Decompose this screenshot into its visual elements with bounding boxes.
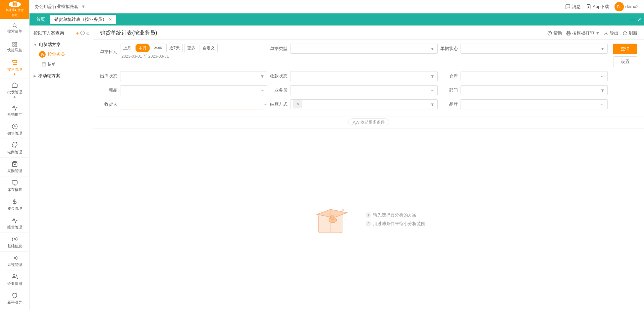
goods-select[interactable]: ··· bbox=[120, 85, 267, 95]
collection-status-select[interactable]: ▼ bbox=[290, 71, 437, 81]
desktop-scheme-label: 电脑端方案 bbox=[39, 42, 61, 48]
sidebar-item-system[interactable]: 系统管理 bbox=[0, 252, 29, 270]
tab-sales-stat[interactable]: 销货单统计表（按业务员） ✕ bbox=[50, 15, 116, 24]
message-button[interactable]: 消息 bbox=[565, 4, 581, 10]
goods-label: 商品 bbox=[100, 87, 120, 93]
export-button[interactable]: 导出 bbox=[604, 30, 619, 36]
inventory-label: 库存核算 bbox=[7, 187, 22, 192]
mobile-expand-arrow-icon: ▶ bbox=[34, 74, 36, 78]
sidebar-item-sales[interactable]: 销售管理 bbox=[0, 120, 29, 139]
payment-tag-close-icon[interactable]: ✕ bbox=[297, 102, 300, 107]
warehouse-filter-item: 仓库 ··· bbox=[440, 71, 608, 81]
date-picker: 上月 本月 本年 近7天 更多 自定义 2023-03-01 至 2023-03… bbox=[120, 44, 267, 59]
mobile-scheme-header[interactable]: ▶ 移动端方案 bbox=[30, 71, 93, 80]
sidebar-item-newuser[interactable]: 新手引导 bbox=[0, 289, 29, 308]
svg-point-14 bbox=[14, 239, 15, 240]
tabbar-actions: — ⤢ bbox=[630, 17, 641, 22]
out-status-label: 出库状态 bbox=[100, 73, 120, 79]
order-icon bbox=[42, 62, 46, 67]
sidebar: 畅 畅捷通好生意 标版 搜索菜单 快捷导航 零售管理 ▲ 批发管理 ▲ 营销推广… bbox=[0, 0, 30, 310]
date-custom-btn[interactable]: 自定义 bbox=[200, 44, 218, 52]
salesperson-select[interactable]: ··· bbox=[290, 85, 437, 95]
doc-type-arrow-icon: ▼ bbox=[430, 46, 435, 51]
receiver-input[interactable] bbox=[120, 99, 263, 109]
print-dropdown-icon[interactable]: ▼ bbox=[595, 31, 600, 36]
scheme-item-order[interactable]: 按单 bbox=[30, 60, 93, 69]
sidebar-item-wholesale[interactable]: 批发管理 ▲ bbox=[0, 79, 29, 101]
retail-label: 零售管理 bbox=[7, 67, 22, 72]
date-7days-btn[interactable]: 近7天 bbox=[166, 44, 183, 52]
svg-point-16 bbox=[13, 274, 15, 276]
add-scheme-button[interactable]: + bbox=[76, 30, 79, 36]
app-download-button[interactable]: App下载 bbox=[586, 4, 609, 10]
department-label: 部门 bbox=[440, 87, 461, 93]
collection-status-arrow-icon: ▼ bbox=[430, 74, 435, 79]
date-last-month-btn[interactable]: 上月 bbox=[120, 44, 134, 52]
print-button[interactable]: 按模板打印 ▼ bbox=[566, 30, 600, 36]
tab-home[interactable]: 首页 bbox=[32, 15, 49, 24]
date-this-year-btn[interactable]: 本年 bbox=[151, 44, 165, 52]
settings-button[interactable]: 设置 bbox=[613, 56, 637, 67]
sidebar-item-finance[interactable]: 资金管理 bbox=[0, 195, 29, 214]
brand-dots-icon[interactable]: ··· bbox=[601, 102, 605, 107]
doc-type-label: 单据类型 bbox=[270, 46, 290, 52]
warehouse-dots-icon[interactable]: ··· bbox=[601, 73, 605, 79]
sidebar-item-inventory[interactable]: 库存核算 bbox=[0, 176, 29, 195]
user-profile-button[interactable]: Ea demo2 bbox=[614, 2, 639, 11]
logo-abbr: 畅 bbox=[12, 1, 17, 7]
basic-label: 基础信息 bbox=[7, 244, 22, 249]
department-select[interactable]: ▼ bbox=[461, 85, 608, 95]
search-label: 搜索菜单 bbox=[7, 29, 22, 34]
payment-arrow-icon: ▼ bbox=[430, 102, 435, 107]
svg-point-35 bbox=[321, 211, 322, 213]
dropdown-arrow-icon[interactable]: ▼ bbox=[81, 4, 86, 9]
tab-maximize-button[interactable]: ⤢ bbox=[637, 17, 641, 22]
collapse-panel-button[interactable]: « bbox=[86, 31, 89, 36]
finance-label: 资金管理 bbox=[7, 206, 22, 211]
svg-point-15 bbox=[14, 257, 15, 259]
sidebar-item-operations[interactable]: 经营管理 bbox=[0, 214, 29, 233]
query-button[interactable]: 查询 bbox=[613, 44, 637, 54]
help-button[interactable]: 帮助 bbox=[547, 30, 562, 36]
out-status-select[interactable]: ▼ bbox=[120, 71, 267, 81]
tab-sales-stat-label: 销货单统计表（按业务员） bbox=[54, 16, 107, 22]
tab-close-icon[interactable]: ✕ bbox=[109, 17, 112, 21]
sidebar-item-retail[interactable]: 零售管理 ▲ bbox=[0, 56, 29, 79]
sidebar-item-enterprise[interactable]: 企业协同 bbox=[0, 270, 29, 289]
salesperson-dots-icon[interactable]: ··· bbox=[431, 88, 435, 93]
sidebar-item-basic[interactable]: 基础信息 bbox=[0, 233, 29, 252]
brand-select[interactable]: ··· bbox=[461, 99, 608, 109]
refresh-button[interactable]: 刷新 bbox=[623, 30, 637, 36]
quick-nav-button[interactable]: 快捷导航 bbox=[6, 40, 23, 54]
doc-type-select[interactable]: ▼ bbox=[290, 44, 437, 54]
tab-home-label: 首页 bbox=[36, 16, 45, 22]
department-arrow-icon: ▼ bbox=[600, 88, 605, 93]
search-menu-button[interactable]: 搜索菜单 bbox=[6, 21, 23, 35]
topbar-left: 办公用品行业模拟账套 ▼ bbox=[35, 4, 86, 10]
collapse-conditions-button[interactable]: ⋀⋀ 收起更多条件 bbox=[348, 118, 389, 126]
logo-icon: 畅 bbox=[9, 1, 21, 7]
doc-status-select[interactable]: ▼ bbox=[461, 44, 608, 54]
edit-scheme-button[interactable] bbox=[80, 31, 85, 36]
receiver-dots-icon[interactable]: ··· bbox=[264, 102, 268, 107]
scheme-item-salesperson[interactable]: 员 按业务员 bbox=[30, 49, 93, 60]
warehouse-select[interactable]: ··· bbox=[461, 71, 608, 81]
svg-point-6 bbox=[13, 64, 14, 65]
sidebar-item-purchase[interactable]: 采购管理 bbox=[0, 158, 29, 176]
desktop-scheme-header[interactable]: ▼ 电脑端方案 bbox=[30, 40, 93, 49]
sidebar-item-marketing[interactable]: 营销推广 bbox=[0, 101, 29, 120]
payment-method-select[interactable]: ✕ ▼ bbox=[290, 99, 437, 109]
date-this-month-btn[interactable]: 本月 bbox=[136, 44, 150, 52]
collection-status-filter-item: 收款状态 ▼ bbox=[270, 71, 437, 81]
svg-rect-2 bbox=[13, 42, 14, 44]
goods-dots-icon[interactable]: ··· bbox=[261, 88, 265, 93]
tab-minimize-button[interactable]: — bbox=[630, 17, 635, 22]
svg-line-1 bbox=[16, 27, 17, 28]
sidebar-item-ecommerce[interactable]: 电商管理 bbox=[0, 139, 29, 158]
doc-status-label: 单据状态 bbox=[440, 46, 461, 52]
sidebar-quick-nav: 快捷导航 bbox=[0, 38, 29, 56]
scheme-salesperson-label: 按业务员 bbox=[48, 51, 65, 57]
filter-row-3: 商品 ··· 业务员 ··· 部门 bbox=[100, 85, 637, 95]
date-more-btn[interactable]: 更多 bbox=[184, 44, 198, 52]
sidebar-item-apps[interactable]: 应用中心 bbox=[0, 308, 29, 310]
